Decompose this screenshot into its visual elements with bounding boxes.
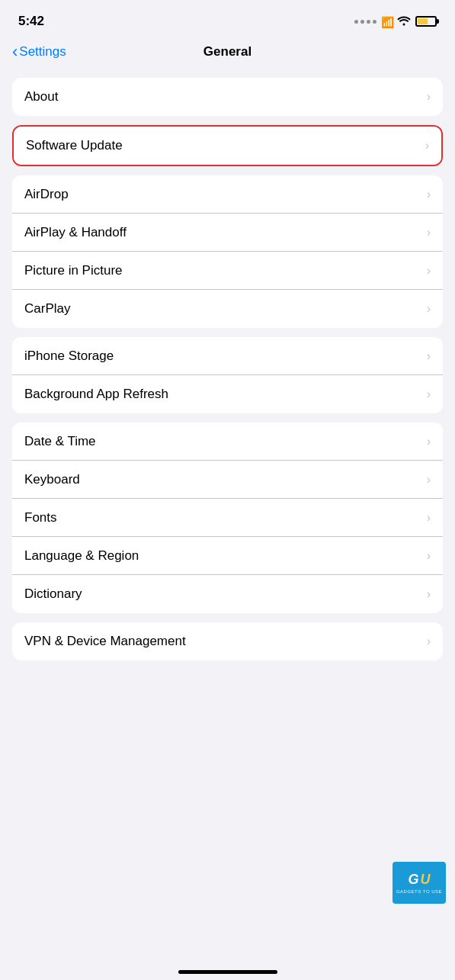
- settings-section-section3: AirDrop›AirPlay & Handoff›Picture in Pic…: [12, 175, 443, 328]
- watermark-u-letter: U: [421, 872, 431, 888]
- settings-row-software-update[interactable]: Software Update›: [14, 127, 441, 165]
- settings-label-about: About: [24, 89, 58, 104]
- chevron-right-icon: ›: [427, 435, 431, 448]
- status-time: 5:42: [18, 14, 44, 29]
- settings-row-language-region[interactable]: Language & Region›: [12, 537, 443, 575]
- settings-label-keyboard: Keyboard: [24, 472, 80, 487]
- chevron-right-icon: ›: [427, 473, 431, 487]
- chevron-right-icon: ›: [427, 264, 431, 278]
- settings-row-fonts[interactable]: Fonts›: [12, 499, 443, 537]
- settings-label-airplay-handoff: AirPlay & Handoff: [24, 225, 127, 240]
- chevron-right-icon: ›: [427, 635, 431, 648]
- settings-label-software-update: Software Update: [26, 138, 123, 153]
- chevron-right-icon: ›: [427, 549, 431, 563]
- settings-row-dictionary[interactable]: Dictionary›: [12, 575, 443, 613]
- settings-row-background-app-refresh[interactable]: Background App Refresh›: [12, 375, 443, 413]
- chevron-right-icon: ›: [427, 188, 431, 201]
- settings-row-keyboard[interactable]: Keyboard›: [12, 461, 443, 499]
- wifi-icon: 📶: [381, 15, 411, 28]
- battery-icon: [415, 16, 437, 27]
- settings-label-picture-in-picture: Picture in Picture: [24, 263, 123, 278]
- settings-label-vpn-device-management: VPN & Device Management: [24, 634, 186, 649]
- battery-fill: [418, 18, 428, 24]
- settings-row-iphone-storage[interactable]: iPhone Storage›: [12, 337, 443, 375]
- settings-label-language-region: Language & Region: [24, 548, 139, 564]
- signal-icon: [354, 20, 376, 24]
- watermark-tagline: GADGETS TO USE: [396, 889, 442, 894]
- settings-row-picture-in-picture[interactable]: Picture in Picture›: [12, 252, 443, 290]
- nav-bar: ‹ Settings General: [0, 38, 455, 69]
- settings-section-section1: About›: [12, 78, 443, 116]
- back-chevron-icon: ‹: [12, 43, 18, 60]
- settings-row-airplay-handoff[interactable]: AirPlay & Handoff›: [12, 214, 443, 252]
- watermark-logo: G U: [408, 872, 430, 888]
- settings-row-vpn-device-management[interactable]: VPN & Device Management›: [12, 622, 443, 660]
- chevron-right-icon: ›: [427, 226, 431, 239]
- home-indicator: [178, 970, 277, 974]
- settings-row-about[interactable]: About›: [12, 78, 443, 116]
- chevron-right-icon: ›: [425, 139, 429, 153]
- chevron-right-icon: ›: [427, 511, 431, 525]
- watermark-g-letter: G: [408, 872, 418, 888]
- chevron-right-icon: ›: [427, 90, 431, 104]
- settings-section-section5: Date & Time›Keyboard›Fonts›Language & Re…: [12, 423, 443, 613]
- settings-section-section2: Software Update›: [12, 125, 443, 166]
- settings-section-section6: VPN & Device Management›: [12, 622, 443, 660]
- settings-label-carplay: CarPlay: [24, 301, 70, 316]
- settings-content: About›Software Update›AirDrop›AirPlay & …: [0, 78, 455, 660]
- status-icons: 📶: [354, 15, 437, 28]
- chevron-right-icon: ›: [427, 302, 431, 316]
- settings-label-airdrop: AirDrop: [24, 187, 69, 202]
- settings-row-airdrop[interactable]: AirDrop›: [12, 175, 443, 214]
- page-title: General: [203, 44, 252, 59]
- watermark: G U GADGETS TO USE: [393, 862, 446, 904]
- chevron-right-icon: ›: [427, 587, 431, 601]
- settings-section-section4: iPhone Storage›Background App Refresh›: [12, 337, 443, 413]
- settings-label-iphone-storage: iPhone Storage: [24, 349, 114, 364]
- back-button[interactable]: ‹ Settings: [12, 43, 66, 60]
- back-label: Settings: [19, 44, 66, 59]
- settings-label-dictionary: Dictionary: [24, 586, 82, 602]
- chevron-right-icon: ›: [427, 349, 431, 363]
- settings-label-date-time: Date & Time: [24, 434, 96, 449]
- status-bar: 5:42 📶: [0, 0, 455, 38]
- settings-row-date-time[interactable]: Date & Time›: [12, 423, 443, 461]
- settings-label-fonts: Fonts: [24, 510, 57, 525]
- chevron-right-icon: ›: [427, 387, 431, 401]
- settings-label-background-app-refresh: Background App Refresh: [24, 387, 168, 402]
- settings-row-carplay[interactable]: CarPlay›: [12, 290, 443, 328]
